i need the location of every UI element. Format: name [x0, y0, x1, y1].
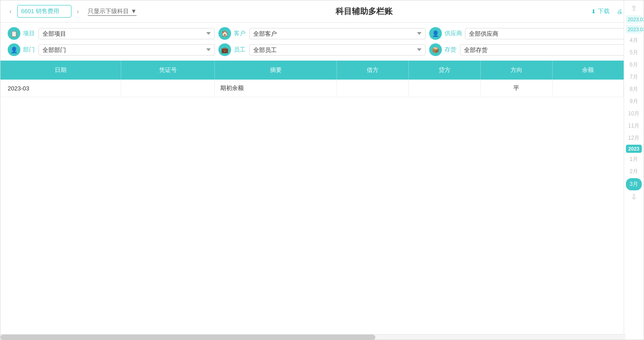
header: ‹ 6601 销售费用 › 只显示下级科目 ▼ 科目辅助多栏账 ⬇ 下载 🖨 打…	[0, 0, 644, 23]
next-account-button[interactable]: ›	[75, 7, 81, 16]
col-balance: 余额	[552, 61, 623, 80]
timeline-up-arrow[interactable]: ⇧	[629, 2, 639, 14]
project-filter: 📋 项目 全部项目	[8, 27, 215, 40]
table-container: 日期 凭证号 摘要 借方 贷方 方向 余额 2023-03 期初余额 平	[0, 61, 624, 97]
timeline-item-12[interactable]: 12月	[624, 132, 644, 144]
page-title: 科目辅助多栏账	[140, 6, 587, 17]
col-debit: 借方	[337, 61, 409, 80]
timeline-item-5[interactable]: 5月	[624, 47, 644, 59]
cell-summary: 期初余额	[215, 80, 337, 97]
project-label: 项目	[23, 29, 36, 38]
department-icon: 👤	[8, 43, 20, 56]
col-date: 日期	[0, 61, 121, 80]
supplier-label: 供应商	[445, 29, 462, 38]
timeline-item-10[interactable]: 10月	[624, 108, 644, 120]
inventory-filter: 📦 存货 全部存货	[429, 43, 636, 56]
customer-label: 客户	[234, 29, 246, 38]
cell-debit	[337, 80, 409, 97]
project-select[interactable]: 全部项目	[38, 28, 215, 39]
chevron-down-icon: ▼	[131, 8, 137, 14]
timeline-item-6[interactable]: 6月	[624, 59, 644, 71]
table-header-row: 日期 凭证号 摘要 借方 贷方 方向 余额	[0, 61, 624, 80]
customer-filter: 🏠 客户 全部客户	[218, 27, 426, 40]
print-icon: 🖨	[617, 8, 623, 15]
employee-filter: 💼 员工 全部员工	[218, 43, 426, 56]
prev-account-button[interactable]: ‹	[8, 7, 14, 16]
horizontal-scrollbar[interactable]	[0, 334, 625, 340]
cell-credit	[409, 80, 481, 97]
table-row: 2023-03 期初余额 平	[0, 80, 624, 97]
timeline-item-11[interactable]: 11月	[624, 120, 644, 132]
department-filter: 👤 部门 全部部门	[8, 43, 215, 56]
inventory-label: 存货	[445, 46, 457, 54]
timeline-panel: ⇧ 2023.03 2023.03 4月 5月 6月 7月 8月 9月 10月 …	[624, 0, 644, 340]
cell-balance	[552, 80, 623, 97]
main-window: ✕ ‹ 6601 销售费用 › 只显示下级科目 ▼ 科目辅助多栏账 ⬇ 下载 🖨…	[0, 0, 644, 340]
timeline-item-2023-03-top1[interactable]: 2023.03	[626, 15, 642, 24]
filters-panel: 📋 项目 全部项目 🏠 客户 全部客户 👤 供应商 全部供应商 👤 部门 全	[0, 23, 644, 61]
scrollbar-thumb[interactable]	[0, 335, 375, 340]
employee-select[interactable]: 全部员工	[249, 44, 426, 56]
inventory-icon: 📦	[429, 43, 442, 56]
col-voucher: 凭证号	[121, 61, 215, 80]
project-icon: 📋	[8, 27, 20, 40]
timeline-item-9[interactable]: 9月	[624, 95, 644, 108]
show-sub-toggle[interactable]: 只显示下级科目 ▼	[88, 7, 137, 16]
customer-icon: 🏠	[218, 27, 231, 40]
timeline-down-arrow[interactable]: ⇩	[629, 191, 639, 203]
cell-date: 2023-03	[0, 80, 121, 97]
supplier-select[interactable]: 全部供应商	[465, 28, 636, 39]
timeline-item-2[interactable]: 2月	[624, 165, 644, 178]
account-code: 6601 销售费用	[17, 5, 71, 18]
data-table: 日期 凭证号 摘要 借方 贷方 方向 余额 2023-03 期初余额 平	[0, 61, 624, 97]
download-label: 下载	[598, 7, 610, 15]
inventory-select[interactable]: 全部存货	[460, 44, 636, 56]
department-select[interactable]: 全部部门	[38, 44, 215, 56]
supplier-icon: 👤	[429, 27, 442, 40]
col-credit: 贷方	[409, 61, 481, 80]
col-direction: 方向	[480, 61, 552, 80]
show-sub-label: 只显示下级科目	[88, 7, 129, 15]
download-button[interactable]: ⬇ 下载	[591, 7, 610, 15]
employee-icon: 💼	[218, 43, 231, 56]
cell-direction: 平	[480, 80, 552, 97]
timeline-item-2023-03-top2[interactable]: 2023.03	[626, 25, 642, 33]
department-label: 部门	[23, 46, 36, 54]
supplier-filter: 👤 供应商 全部供应商	[429, 27, 636, 40]
col-summary: 摘要	[215, 61, 337, 80]
timeline-item-7[interactable]: 7月	[624, 71, 644, 83]
download-icon: ⬇	[591, 8, 596, 15]
timeline-item-3-active[interactable]: 3月	[626, 178, 642, 190]
cell-voucher	[121, 80, 215, 97]
timeline-item-4[interactable]: 4月	[624, 34, 644, 47]
timeline-item-1[interactable]: 1月	[624, 153, 644, 165]
timeline-item-8[interactable]: 8月	[624, 83, 644, 95]
employee-label: 员工	[234, 46, 246, 54]
timeline-year-badge: 2023	[626, 145, 642, 153]
customer-select[interactable]: 全部客户	[249, 28, 426, 39]
